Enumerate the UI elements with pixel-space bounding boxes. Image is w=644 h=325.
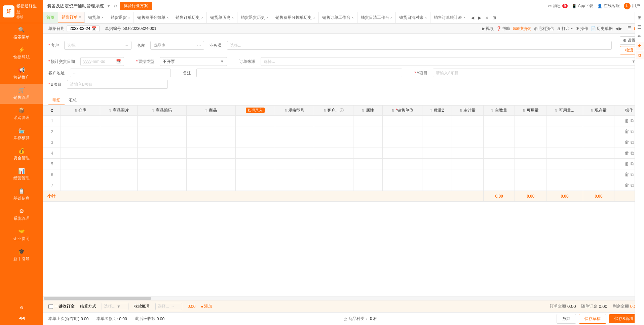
row-2-code[interactable]: [138, 126, 187, 137]
tab-next-btn[interactable]: ▶: [476, 15, 483, 20]
row-4-qty2[interactable]: [422, 148, 452, 159]
row-2-main-qty[interactable]: [483, 126, 515, 137]
row-3-attr[interactable]: [353, 137, 382, 148]
th-main-qty[interactable]: ⇅ 主数量: [483, 106, 515, 116]
row-2-available[interactable]: [515, 126, 546, 137]
row-6-qty2[interactable]: [422, 169, 452, 180]
tab-expense-history[interactable]: 销售费用分摊单历史 ×: [272, 12, 319, 23]
close-icon[interactable]: ×: [201, 16, 203, 19]
row-3-customer-code[interactable]: [314, 137, 353, 148]
tab-prev-btn[interactable]: ◀: [469, 15, 476, 20]
row-1-warehouse[interactable]: [61, 116, 100, 126]
row-5-spec[interactable]: [275, 159, 314, 169]
online-service-btn[interactable]: 👤 在线客服: [597, 3, 620, 9]
next-history-btn[interactable]: ▶: [619, 26, 622, 31]
row-3-qty2[interactable]: [422, 137, 452, 148]
row-5-main-unit[interactable]: [452, 159, 483, 169]
row-2-unit[interactable]: [383, 126, 422, 137]
help-btn[interactable]: ❓ 帮助: [496, 26, 510, 32]
row-3-main-unit[interactable]: [452, 137, 483, 148]
row-7-available2[interactable]: [546, 180, 583, 191]
a-project-input[interactable]: 请输入A项目: [433, 69, 639, 77]
row-3-code[interactable]: [138, 137, 187, 148]
row-3-image[interactable]: [100, 137, 138, 148]
scroll-thumb[interactable]: [44, 297, 151, 300]
row-1-goods[interactable]: [187, 116, 236, 126]
row-6-image[interactable]: [100, 169, 138, 180]
delete-row-btn[interactable]: 🗑: [624, 129, 629, 134]
scan-btn[interactable]: 扫码录入: [246, 108, 265, 113]
row-4-available[interactable]: [515, 148, 546, 159]
close-icon[interactable]: ×: [425, 16, 427, 19]
row-6-customer-code[interactable]: [314, 169, 353, 180]
row-7-spec[interactable]: [275, 180, 314, 191]
shortcut-btn[interactable]: ⌨ 快捷键: [513, 26, 531, 32]
row-1-spec[interactable]: [275, 116, 314, 126]
row-1-attr[interactable]: [353, 116, 382, 126]
delivery-date-input[interactable]: yyyy-mm-dd 📅: [80, 57, 124, 66]
row-1-scan[interactable]: [235, 116, 275, 126]
sidebar-item-finance[interactable]: 💰 资金管理: [0, 144, 43, 164]
row-4-customer-code[interactable]: [314, 148, 353, 159]
row-5-attr[interactable]: [353, 159, 382, 169]
row-7-available[interactable]: [515, 180, 546, 191]
row-1-qty2[interactable]: [422, 116, 452, 126]
th-unit[interactable]: ⇅ *销售单位: [383, 106, 422, 116]
tab-daily-workbench[interactable]: 钱货日清工作台 ×: [357, 12, 396, 23]
close-icon[interactable]: ×: [390, 16, 392, 19]
close-icon[interactable]: ×: [232, 16, 234, 19]
row-3-stock[interactable]: [583, 137, 614, 148]
row-5-available2[interactable]: [546, 159, 583, 169]
settings-header-icon[interactable]: ⚙: [113, 4, 117, 8]
payment-select[interactable]: 选择... ▼: [102, 303, 128, 310]
row-2-qty2[interactable]: [422, 126, 452, 137]
row-1-main-unit[interactable]: [452, 116, 483, 126]
row-3-goods[interactable]: [187, 137, 236, 148]
row-7-customer-code[interactable]: [314, 180, 353, 191]
row-7-main-qty[interactable]: [483, 180, 515, 191]
row-7-attr[interactable]: [353, 180, 382, 191]
row-5-warehouse[interactable]: [61, 159, 100, 169]
row-3-main-qty[interactable]: [483, 137, 515, 148]
account-select[interactable]: 选择... ···: [155, 303, 182, 310]
th-code[interactable]: ⇅ 商品编码: [138, 106, 187, 116]
th-available[interactable]: ⇅ 可用量: [515, 106, 546, 116]
tab-home[interactable]: 首页: [43, 12, 58, 23]
sidebar-item-search[interactable]: 🔍 搜索菜单: [0, 23, 43, 43]
delete-row-btn[interactable]: 🗑: [624, 150, 629, 156]
row-3-scan[interactable]: [235, 137, 275, 148]
tab-daily-reconcile[interactable]: 钱货日清对账 ×: [396, 12, 430, 23]
row-2-customer-code[interactable]: [314, 126, 353, 137]
row-4-stock[interactable]: [583, 148, 614, 159]
row-2-available2[interactable]: [546, 126, 583, 137]
th-scan[interactable]: 扫码录入: [235, 106, 275, 116]
sidebar-item-system[interactable]: ⚙ 系统管理: [0, 205, 43, 225]
row-1-main-qty[interactable]: [483, 116, 515, 126]
row-5-goods[interactable]: [187, 159, 236, 169]
row-5-available[interactable]: [515, 159, 546, 169]
history-btn[interactable]: 📄 历史单据: [591, 26, 613, 32]
close-icon[interactable]: ×: [79, 15, 81, 19]
add-payment-btn[interactable]: ● 添加: [201, 303, 212, 309]
row-7-code[interactable]: [138, 180, 187, 191]
row-7-scan[interactable]: [235, 180, 275, 191]
row-7-unit[interactable]: [383, 180, 422, 191]
right-panel-list-icon[interactable]: ☰: [636, 23, 644, 31]
row-3-spec[interactable]: [275, 137, 314, 148]
row-6-available2[interactable]: [546, 169, 583, 180]
copy-row-btn[interactable]: ⧉: [631, 182, 634, 188]
row-1-image[interactable]: [100, 116, 138, 126]
sidebar-item-purchase[interactable]: 📦 采购管理: [0, 104, 43, 124]
message-btn[interactable]: ✉ 消息 9: [548, 3, 568, 9]
customer-input[interactable]: 选择... ···: [64, 41, 131, 50]
delete-row-btn[interactable]: 🗑: [624, 172, 629, 177]
app-download-btn[interactable]: 📱 App下载: [572, 3, 593, 9]
th-main-unit[interactable]: ⇅ 主计量: [452, 106, 483, 116]
right-panel-edit-icon[interactable]: ✏: [636, 32, 644, 40]
row-4-warehouse[interactable]: [61, 148, 100, 159]
print-btn[interactable]: 🖨 打印 ▼: [557, 26, 573, 32]
row-4-unit[interactable]: [383, 148, 422, 159]
row-2-stock[interactable]: [583, 126, 614, 137]
row-3-available2[interactable]: [546, 137, 583, 148]
row-1-available[interactable]: [515, 116, 546, 126]
